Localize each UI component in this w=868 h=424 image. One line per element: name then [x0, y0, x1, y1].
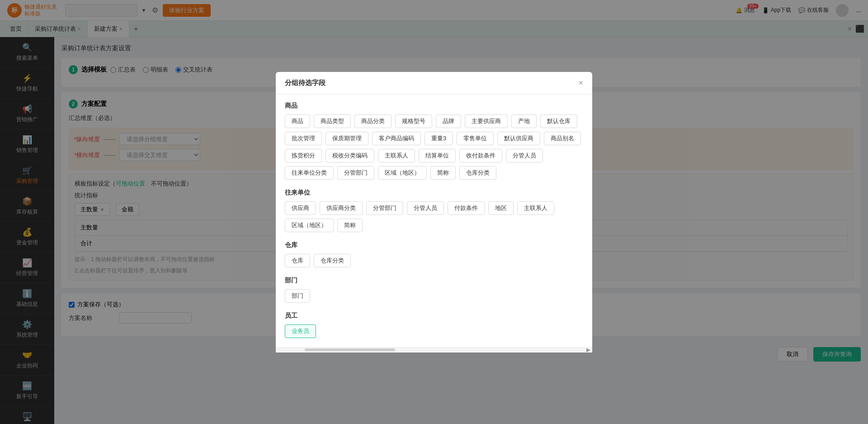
field-tag[interactable]: 部门 [285, 289, 310, 303]
field-tag[interactable]: 主要供应商 [465, 114, 508, 128]
field-tag[interactable]: 仓库 [285, 254, 310, 267]
hscroll-thumb[interactable] [305, 348, 395, 351]
modal-title: 分组待选字段 [285, 79, 326, 87]
field-tag[interactable]: 规格型号 [395, 114, 432, 128]
field-tag[interactable]: 商品 [285, 114, 310, 128]
section-title-staff: 员工 [285, 312, 583, 320]
field-grid-product: 商品 商品类型 商品分类 规格型号 品牌 主要供应商 产地 默认仓库 批次管理 … [285, 114, 583, 180]
field-tag[interactable]: 收付款条件 [459, 149, 502, 162]
field-tag[interactable]: 分管部门 [337, 166, 374, 180]
field-grid-partner: 供应商 供应商分类 分管部门 分管人员 付款条件 地区 主联系人 区域（地区） … [285, 201, 583, 232]
field-tag[interactable]: 保质期管理 [326, 132, 368, 145]
field-tag[interactable]: 默认供应商 [497, 132, 540, 145]
modal-dialog: 分组待选字段 × 商品 商品 商品类型 商品分类 规格型号 品牌 主要供应商 产… [276, 72, 592, 353]
field-tag[interactable]: 重量3 [425, 132, 453, 145]
field-tag[interactable]: 商品分类 [354, 114, 392, 128]
modal-section-department: 部门 部门 [285, 276, 583, 303]
field-tag[interactable]: 批次管理 [285, 132, 322, 145]
modal-section-staff: 员工 业务员 [285, 312, 583, 338]
section-title-product: 商品 [285, 102, 583, 110]
field-tag[interactable]: 分管人员 [506, 149, 543, 162]
modal-body: 商品 商品 商品类型 商品分类 规格型号 品牌 主要供应商 产地 默认仓库 批次… [276, 95, 592, 347]
field-tag[interactable]: 结算单位 [419, 149, 456, 162]
modal-header: 分组待选字段 × [276, 72, 592, 95]
field-tag[interactable]: 仓库分类 [314, 254, 351, 267]
field-tag[interactable]: 拣货积分 [285, 149, 322, 162]
modal-section-partner: 往来单位 供应商 供应商分类 分管部门 分管人员 付款条件 地区 主联系人 区域… [285, 189, 583, 232]
field-tag[interactable]: 供应商 [285, 201, 316, 215]
field-grid-staff: 业务员 [285, 324, 583, 338]
field-tag[interactable]: 商品别名 [544, 132, 581, 145]
field-tag[interactable]: 付款条件 [448, 201, 485, 215]
field-tag[interactable]: 往来单位分类 [285, 166, 334, 180]
modal-close-button[interactable]: × [578, 78, 583, 88]
field-tag[interactable]: 默认仓库 [540, 114, 577, 128]
section-title-warehouse: 仓库 [285, 241, 583, 249]
field-tag[interactable]: 区域（地区） [378, 166, 427, 180]
field-tag[interactable]: 主联系人 [517, 201, 554, 215]
field-tag[interactable]: 商品类型 [314, 114, 351, 128]
field-tag[interactable]: 分管部门 [366, 201, 403, 215]
field-grid-department: 部门 [285, 289, 583, 303]
field-tag[interactable]: 主联系人 [378, 149, 415, 162]
section-title-department: 部门 [285, 276, 583, 285]
field-tag[interactable]: 仓库分类 [459, 166, 496, 180]
modal-section-product: 商品 商品 商品类型 商品分类 规格型号 品牌 主要供应商 产地 默认仓库 批次… [285, 102, 583, 180]
field-tag[interactable]: 供应商分类 [320, 201, 363, 215]
field-tag[interactable]: 品牌 [436, 114, 461, 128]
modal-overlay[interactable]: 分组待选字段 × 商品 商品 商品类型 商品分类 规格型号 品牌 主要供应商 产… [0, 0, 868, 424]
field-tag-salesman[interactable]: 业务员 [285, 324, 316, 338]
field-tag[interactable]: 税收分类编码 [326, 149, 374, 162]
field-tag[interactable]: 分管人员 [407, 201, 444, 215]
field-tag[interactable]: 产地 [511, 114, 537, 128]
section-title-partner: 往来单位 [285, 189, 583, 197]
modal-section-warehouse: 仓库 仓库 仓库分类 [285, 241, 583, 267]
field-tag[interactable]: 零售单位 [457, 132, 494, 145]
field-tag[interactable]: 客户商品编码 [372, 132, 421, 145]
field-tag[interactable]: 地区 [488, 201, 514, 215]
field-tag[interactable]: 简称 [337, 219, 363, 232]
modal-horizontal-scrollbar[interactable]: ▶ [276, 347, 592, 353]
hscroll-right-arrow[interactable]: ▶ [586, 347, 590, 353]
field-grid-warehouse: 仓库 仓库分类 [285, 254, 583, 267]
field-tag[interactable]: 简称 [430, 166, 456, 180]
field-tag[interactable]: 区域（地区） [285, 219, 334, 232]
